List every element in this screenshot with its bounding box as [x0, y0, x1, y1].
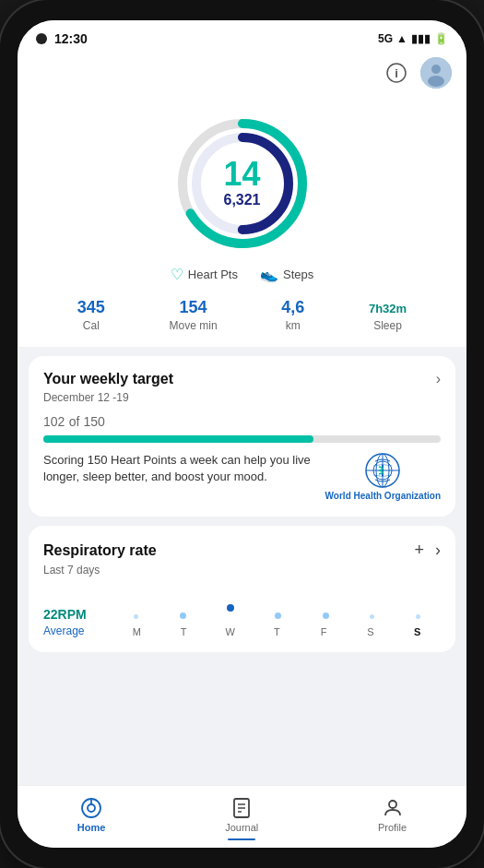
dot-t2 — [275, 612, 281, 619]
stat-cal-value: 345 — [77, 298, 105, 317]
who-logo: World Health Organization — [325, 452, 441, 502]
ring-section: 14 6,321 ♡ Heart Pts 👟 Steps — [18, 96, 466, 347]
day-labels: M T W T F S S — [113, 626, 441, 637]
profile-icon — [382, 797, 404, 819]
steps-label: Steps — [283, 268, 313, 281]
chart-area: M T W T F S S — [113, 586, 441, 637]
heart-label: Heart Pts — [188, 268, 238, 281]
dot-col-f — [323, 612, 329, 619]
stat-km: 4,6 km — [281, 298, 304, 332]
dot-f — [323, 612, 329, 619]
status-time: 12:30 — [54, 31, 88, 46]
stat-sleep-label: Sleep — [369, 319, 407, 332]
nav-journal-label: Journal — [225, 822, 258, 833]
ring-sub-number: 6,321 — [223, 191, 260, 208]
dot-col-m — [134, 614, 138, 619]
dot-col-w — [227, 604, 234, 619]
stat-km-label: km — [281, 319, 304, 332]
card-header: Your weekly target › — [43, 371, 441, 387]
day-t2: T — [269, 626, 284, 637]
stat-sleep-value: 7h32m — [369, 298, 407, 317]
battery-icon: 🔋 — [434, 32, 448, 45]
dot-col-t1 — [180, 612, 186, 619]
steps-icon: 👟 — [260, 266, 278, 283]
resp-rpm: 22RPM — [43, 602, 99, 623]
progress-current: 102 — [43, 414, 65, 429]
nav-journal-underline — [228, 838, 255, 840]
resp-content: 22RPM Average — [43, 586, 441, 637]
card-description: Scoring 150 Heart Points a week can help… — [43, 452, 316, 485]
dot-s1 — [370, 614, 374, 619]
weekly-target-card[interactable]: Your weekly target › December 12 -19 102… — [29, 356, 455, 517]
progress-bar-bg — [43, 435, 441, 443]
resp-avg: 22RPM Average — [43, 602, 99, 637]
dots-row — [113, 586, 441, 623]
nav-journal[interactable]: Journal — [207, 793, 277, 837]
svg-point-4 — [428, 76, 444, 87]
stat-cal: 345 Cal — [77, 298, 105, 332]
resp-actions: + › — [414, 541, 441, 560]
dot-m — [134, 614, 138, 619]
day-m: M — [129, 626, 144, 637]
ring-container: 14 6,321 — [173, 114, 312, 253]
stat-move-value: 154 — [170, 298, 218, 317]
top-bar: i — [18, 54, 466, 96]
chevron-right-icon[interactable]: › — [436, 371, 441, 387]
svg-point-22 — [389, 801, 396, 808]
info-button[interactable]: i — [382, 58, 411, 88]
stat-sleep: 7h32m Sleep — [369, 298, 407, 332]
day-s2: S — [410, 626, 425, 637]
day-f: F — [316, 626, 331, 637]
dot-col-s1 — [370, 614, 374, 619]
resp-title: Respiratory rate — [43, 542, 157, 559]
chevron-right-icon-resp[interactable]: › — [435, 541, 441, 560]
legend-heart: ♡ Heart Pts — [171, 266, 238, 283]
nav-profile[interactable]: Profile — [360, 793, 425, 837]
status-bar: 12:30 5G ▲ ▮▮▮ 🔋 — [18, 20, 466, 54]
phone-frame: 12:30 5G ▲ ▮▮▮ 🔋 i — [0, 0, 484, 868]
day-t1: T — [176, 626, 191, 637]
legend-row: ♡ Heart Pts 👟 Steps — [171, 266, 313, 283]
network-label: 5G — [378, 32, 393, 45]
ring-center: 14 6,321 — [223, 158, 260, 208]
camera-dot — [36, 33, 47, 44]
date-range: December 12 -19 — [43, 391, 441, 404]
phone-screen: 12:30 5G ▲ ▮▮▮ 🔋 i — [18, 20, 466, 848]
progress-label: 102 of 150 — [43, 413, 441, 430]
resp-header: Respiratory rate + › — [43, 541, 441, 560]
resp-subtitle: Last 7 days — [43, 564, 441, 577]
svg-point-3 — [431, 65, 441, 74]
resp-avg-label: Average — [43, 624, 99, 637]
plus-icon[interactable]: + — [414, 541, 424, 560]
dot-col-t2 — [275, 612, 281, 619]
day-s1: S — [363, 626, 378, 637]
who-emblem-svg — [364, 452, 401, 489]
ring-main-number: 14 — [223, 158, 260, 191]
bottom-nav: Home Journal Profile — [18, 785, 466, 848]
dot-col-s2 — [416, 614, 420, 619]
heart-icon: ♡ — [171, 266, 183, 283]
nav-home-label: Home — [77, 822, 106, 833]
dot-w — [227, 604, 234, 612]
nav-home[interactable]: Home — [59, 793, 124, 837]
day-w: W — [223, 626, 238, 637]
stat-move-label: Move min — [170, 319, 218, 332]
respiratory-card[interactable]: Respiratory rate + › Last 7 days 22RPM A… — [29, 526, 455, 652]
scroll-content[interactable]: 14 6,321 ♡ Heart Pts 👟 Steps — [18, 96, 466, 785]
signal-icon: ▮▮▮ — [411, 32, 431, 45]
stat-move: 154 Move min — [170, 298, 218, 332]
svg-text:i: i — [395, 66, 398, 80]
legend-steps: 👟 Steps — [260, 266, 313, 283]
nav-profile-label: Profile — [378, 822, 407, 833]
progress-total: 150 — [83, 414, 104, 429]
status-right: 5G ▲ ▮▮▮ 🔋 — [378, 32, 448, 45]
stat-cal-label: Cal — [77, 319, 105, 332]
svg-point-16 — [88, 804, 95, 812]
status-left: 12:30 — [36, 31, 88, 46]
stats-row: 345 Cal 154 Move min 4,6 km 7h32m — [36, 298, 448, 332]
dot-t1 — [180, 612, 186, 619]
stat-km-value: 4,6 — [281, 298, 304, 317]
avatar[interactable] — [420, 57, 452, 89]
progress-bar-fill — [43, 435, 313, 443]
dot-s2 — [416, 614, 420, 619]
